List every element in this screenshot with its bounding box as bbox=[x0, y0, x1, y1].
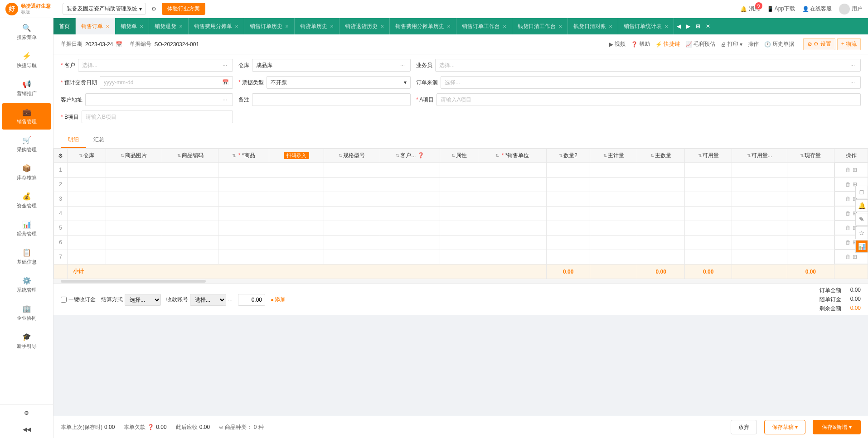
tab-nav-prev[interactable]: ◀ bbox=[674, 18, 684, 34]
delete-icon[interactable]: 🗑 bbox=[845, 181, 851, 188]
online-service-link[interactable]: 👤 在线客服 bbox=[802, 5, 832, 13]
sort-icon[interactable]: ⇅ bbox=[495, 153, 499, 158]
history-btn[interactable]: 🕐 历史单据 bbox=[764, 40, 794, 48]
more-icon[interactable]: ··· bbox=[849, 62, 857, 68]
sidebar-item-guide[interactable]: 🎓 新手引导 bbox=[2, 328, 51, 354]
app-selector[interactable]: 装备及固定资产辅助管理系统 ▾ bbox=[63, 3, 146, 15]
note-input[interactable] bbox=[252, 93, 411, 106]
shortcut-btn[interactable]: ⚡ 快捷键 bbox=[655, 40, 680, 48]
sort-icon[interactable]: ⇅ bbox=[747, 153, 751, 158]
amount-input[interactable] bbox=[238, 294, 265, 306]
tab-close-icon[interactable]: ✕ bbox=[380, 24, 384, 29]
col-scan-input[interactable]: 扫码录入 bbox=[269, 149, 324, 163]
sort-icon[interactable]: ⇅ bbox=[800, 153, 804, 158]
settlement-select[interactable]: 选择... bbox=[125, 294, 161, 306]
product-count-icon[interactable]: ⊙ bbox=[219, 424, 223, 430]
help-btn[interactable]: ❓ 帮助 bbox=[631, 40, 650, 48]
sidebar-collapse-btn[interactable]: ◀◀ bbox=[2, 422, 51, 437]
tab-sales-bill-history[interactable]: 销货单历史 ✕ bbox=[295, 18, 339, 34]
tab-close-icon[interactable]: ✕ bbox=[503, 24, 506, 29]
more-icon[interactable]: ··· bbox=[228, 297, 233, 303]
tab-sales-order-history[interactable]: 销售订单历史 ✕ bbox=[244, 18, 295, 34]
tab-nav-expand[interactable]: ⊞ bbox=[693, 18, 703, 34]
save-draft-button[interactable]: 保存草稿 ▾ bbox=[764, 420, 805, 434]
tab-close-icon[interactable]: ✕ bbox=[140, 24, 143, 29]
more-icon[interactable]: ··· bbox=[221, 62, 229, 68]
sidebar-item-operations[interactable]: 📊 经营管理 bbox=[2, 216, 51, 242]
solution-button[interactable]: 体验行业方案 bbox=[162, 3, 205, 15]
app-download-link[interactable]: 📱 App下载 bbox=[767, 5, 795, 13]
tab-summary[interactable]: 汇总 bbox=[86, 132, 112, 148]
help-icon[interactable]: ❓ bbox=[147, 424, 154, 430]
sort-icon[interactable]: ⇅ bbox=[698, 153, 702, 158]
order-source-input[interactable]: 选择... ··· bbox=[441, 76, 861, 89]
delete-icon[interactable]: 🗑 bbox=[845, 210, 851, 217]
sidebar-settings-btn[interactable]: ⚙ bbox=[2, 405, 51, 421]
delete-icon[interactable]: 🗑 bbox=[845, 167, 851, 173]
float-btn-1[interactable]: □ bbox=[855, 186, 868, 198]
sidebar-item-sales[interactable]: 💼 销售管理 bbox=[2, 103, 51, 130]
tab-detail[interactable]: 明细 bbox=[61, 132, 86, 148]
float-btn-2[interactable]: 🔔 bbox=[855, 199, 868, 212]
account-select[interactable]: 选择... bbox=[190, 294, 226, 306]
tab-cash-daily[interactable]: 钱货日清工作台 ✕ bbox=[512, 18, 568, 34]
tab-close-icon[interactable]: ✕ bbox=[664, 24, 668, 29]
customer-address-input[interactable]: ··· bbox=[85, 93, 233, 106]
add-material-btn[interactable]: + 物流 bbox=[837, 38, 861, 50]
sidebar-item-purchase[interactable]: 🛒 采购管理 bbox=[2, 131, 51, 158]
scroll-area[interactable] bbox=[53, 279, 868, 284]
sidebar-item-marketing[interactable]: 📢 营销推广 bbox=[2, 75, 51, 101]
tab-sales-return[interactable]: 销货退货 ✕ bbox=[149, 18, 189, 34]
tab-sales-stats[interactable]: 销售订单统计表 ✕ bbox=[618, 18, 674, 34]
more-icon[interactable]: ··· bbox=[398, 62, 407, 68]
help-icon[interactable]: ❓ bbox=[417, 152, 424, 159]
tab-close-icon[interactable]: ✕ bbox=[330, 24, 334, 29]
copy-icon[interactable]: ⊞ bbox=[853, 167, 857, 173]
calendar-icon[interactable]: 📅 bbox=[116, 41, 122, 48]
profit-btn[interactable]: 📈 毛利预估 bbox=[685, 40, 715, 48]
settings-icon[interactable]: ⚙ bbox=[58, 153, 63, 159]
tab-close-icon[interactable]: ✕ bbox=[609, 24, 612, 29]
float-btn-5[interactable]: 📊 bbox=[855, 240, 868, 253]
save-new-button[interactable]: 保存&新增 ▾ bbox=[813, 420, 861, 434]
customer-input[interactable]: 选择... ··· bbox=[78, 59, 233, 72]
a-project-input[interactable]: 请输入A项目 bbox=[436, 93, 861, 106]
delete-icon[interactable]: 🗑 bbox=[845, 225, 851, 231]
user-area[interactable]: 用户 bbox=[839, 4, 863, 14]
delete-icon[interactable]: 🗑 bbox=[845, 239, 851, 245]
sidebar-item-system[interactable]: ⚙️ 系统管理 bbox=[2, 272, 51, 298]
settings-gear-icon[interactable]: ⚙ bbox=[150, 4, 158, 14]
sort-icon[interactable]: ⇅ bbox=[650, 153, 654, 158]
tab-sales-expense-history[interactable]: 销售费用分摊单历史 ✕ bbox=[390, 18, 456, 34]
view-video-btn[interactable]: ▶ 视频 bbox=[609, 40, 626, 48]
sidebar-item-finance[interactable]: 💰 资金管理 bbox=[2, 188, 51, 214]
sort-icon[interactable]: ⇅ bbox=[232, 153, 236, 158]
float-btn-4[interactable]: ☆ bbox=[855, 226, 868, 239]
sort-icon[interactable]: ⇅ bbox=[79, 153, 82, 158]
tab-sales-order[interactable]: 销售订单 ✕ bbox=[76, 18, 115, 34]
settings-panel-btn[interactable]: ⚙ ⚙ 设置 bbox=[803, 38, 835, 50]
sort-icon[interactable]: ⇅ bbox=[559, 153, 563, 158]
sort-icon[interactable]: ⇅ bbox=[451, 153, 455, 158]
tab-sales-bill[interactable]: 销货单 ✕ bbox=[115, 18, 149, 34]
scroll-thumb[interactable] bbox=[61, 280, 206, 283]
add-btn[interactable]: ● 添加 bbox=[271, 296, 286, 303]
float-btn-3[interactable]: ✎ bbox=[855, 213, 868, 226]
tab-sales-expense[interactable]: 销售费用分摊单 ✕ bbox=[189, 18, 244, 34]
copy-icon[interactable]: ⊞ bbox=[853, 254, 857, 260]
tab-sales-workbench[interactable]: 销售订单工作台 ✕ bbox=[456, 18, 512, 34]
sidebar-item-inventory[interactable]: 📦 库存核算 bbox=[2, 159, 51, 186]
more-icon[interactable]: ··· bbox=[221, 96, 229, 103]
sort-icon[interactable]: ⇅ bbox=[396, 153, 399, 158]
delivery-date-input[interactable]: yyyy-mm-dd 📅 bbox=[100, 76, 233, 89]
sort-icon[interactable]: ⇅ bbox=[603, 153, 607, 158]
tab-close-icon[interactable]: ✕ bbox=[558, 24, 562, 29]
tab-close-icon[interactable]: ✕ bbox=[106, 24, 109, 29]
operations-btn[interactable]: 操作 bbox=[748, 40, 759, 48]
sort-icon[interactable]: ⇅ bbox=[177, 153, 181, 158]
one-click-checkbox[interactable]: 一键收订金 bbox=[61, 296, 96, 303]
more-icon[interactable]: ··· bbox=[849, 79, 857, 86]
tab-nav-close-all[interactable]: ✕ bbox=[703, 18, 713, 34]
delete-icon[interactable]: 🗑 bbox=[845, 254, 851, 260]
staff-input[interactable]: 选择... ··· bbox=[435, 59, 861, 72]
